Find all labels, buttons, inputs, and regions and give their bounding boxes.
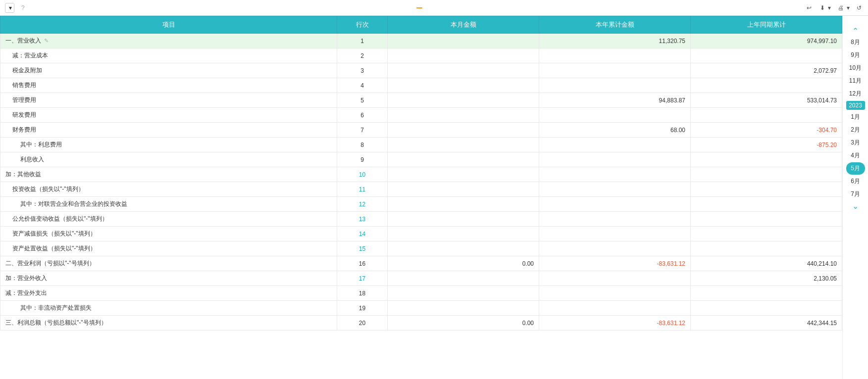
row-number-link[interactable]: 17 [359,275,365,282]
year-marker[interactable]: 2023 [846,101,865,110]
cell-row-number: 1 [337,34,388,48]
print-button[interactable]: 🖨 ▾ [838,4,850,11]
table-row: 财务费用768.00-304.70 [0,123,842,138]
cell-row-number: 6 [337,108,388,123]
negative-value: -875.20 [817,142,837,148]
dropdown-icon: ▾ [9,4,12,11]
cell-row-number: 4 [337,78,388,93]
download-button[interactable]: ⬇ ▾ [820,4,831,11]
cell-month [388,93,539,108]
cell-prev [691,301,842,316]
cell-item: 其中：利息费用 [0,138,337,152]
cell-month [388,167,539,182]
table-row: 加：营业外收入172,130.05 [0,271,842,286]
dropdown-button[interactable]: ▾ [5,3,14,13]
top-bar: ▾ ? ↩ ⬇ ▾ 🖨 ▾ ↺ [0,0,868,16]
print-chevron-icon: ▾ [847,4,850,11]
cell-prev: 2,072.97 [691,63,842,78]
row-number-link[interactable]: 14 [359,231,365,237]
cell-year [539,241,691,256]
cell-row-number: 18 [337,286,388,301]
cell-prev [691,212,842,227]
month-item[interactable]: 2月 [846,124,865,136]
header-prev: 上年同期累计 [691,16,842,34]
month-item[interactable]: 7月 [846,188,865,200]
table-row: 资产处置收益（损失以"-"填列）15 [0,241,842,256]
cell-prev [691,152,842,167]
cell-prev: -875.20 [691,138,842,152]
row-number-link[interactable]: 10 [359,171,365,178]
cell-month: 0.00 [388,256,539,271]
month-item[interactable]: 6月 [846,175,865,188]
cell-year [539,197,691,212]
scroll-up-button[interactable]: ⌃ [849,26,863,36]
table-row: 三、利润总额（亏损总额以"-"号填列）200.00-83,631.12442,3… [0,316,842,331]
cell-month [388,301,539,316]
cell-row-number: 15 [337,241,388,256]
cell-month [388,34,539,48]
month-item[interactable]: 1月 [846,111,865,123]
scroll-down-button[interactable]: ⌄ [849,201,863,211]
back-button[interactable]: ↩ [807,4,813,11]
dropdown-area: ▾ [5,3,14,13]
cell-prev [691,182,842,197]
row-number-link[interactable]: 12 [359,201,365,208]
edit-icon[interactable]: ✎ [44,38,49,44]
negative-value: -83,631.12 [657,260,685,267]
cell-year [539,212,691,227]
cell-year: 94,883.87 [539,93,691,108]
cell-item: 管理费用 [0,93,337,108]
cell-row-number: 12 [337,197,388,212]
table-row: 加：其他收益10 [0,167,842,182]
cell-row-number: 10 [337,167,388,182]
cell-prev [691,241,842,256]
cell-year [539,286,691,301]
cell-month [388,227,539,241]
table-row: 公允价值变动收益（损失以"-"填列）13 [0,212,842,227]
cell-row-number: 8 [337,138,388,152]
negative-value: -304.70 [817,127,837,134]
refresh-icon: ↺ [857,4,862,11]
profit-table: 项目 行次 本月金额 本年累计金额 上年同期累计 一、营业收入✎111,320.… [0,16,842,331]
cell-row-number: 3 [337,63,388,78]
cell-year [539,227,691,241]
cell-month [388,152,539,167]
month-item[interactable]: 4月 [846,149,865,162]
cell-row-number: 5 [337,93,388,108]
cell-row-number: 2 [337,48,388,63]
cell-item: 研发费用 [0,108,337,123]
cell-item: 税金及附加 [0,63,337,78]
cell-row-number: 9 [337,152,388,167]
cell-item: 一、营业收入✎ [0,34,337,48]
refresh-button[interactable]: ↺ [857,4,863,11]
month-item[interactable]: 3月 [846,137,865,149]
cell-month [388,48,539,63]
cell-item: 利息收入 [0,152,337,167]
month-item[interactable]: 10月 [846,62,865,74]
cell-row-number: 11 [337,182,388,197]
row-number-link[interactable]: 11 [359,186,365,193]
help-icon[interactable]: ? [21,4,25,11]
month-item[interactable]: 11月 [846,75,865,87]
cell-month [388,78,539,93]
month-item[interactable]: 12月 [846,88,865,100]
month-item[interactable]: 8月 [846,36,865,48]
cell-month [388,63,539,78]
cell-month [388,271,539,286]
month-item[interactable]: 5月 [846,162,865,175]
row-number-link[interactable]: 15 [359,245,365,252]
month-item[interactable]: 9月 [846,49,865,61]
cell-year: 68.00 [539,123,691,138]
cell-item: 减：营业外支出 [0,286,337,301]
top-bar-actions: ↩ ⬇ ▾ 🖨 ▾ ↺ [807,4,863,11]
cell-prev: 974,997.10 [691,34,842,48]
cell-prev [691,48,842,63]
row-number-link[interactable]: 13 [359,216,365,223]
cell-item: 加：其他收益 [0,167,337,182]
cell-item: 销售费用 [0,78,337,93]
cell-row-number: 7 [337,123,388,138]
cell-row-number: 19 [337,301,388,316]
cell-prev: 440,214.10 [691,256,842,271]
table-container[interactable]: 项目 行次 本月金额 本年累计金额 上年同期累计 一、营业收入✎111,320.… [0,16,842,379]
table-row: 其中：利息费用8-875.20 [0,138,842,152]
